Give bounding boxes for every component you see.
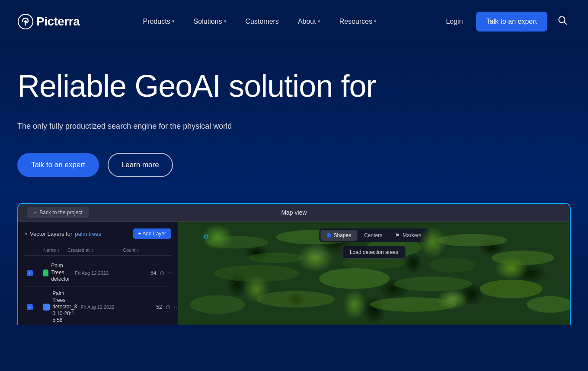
- color-dot-1: [43, 270, 48, 276]
- nav-item-about[interactable]: About ▾: [290, 13, 328, 30]
- map-forest-overlay: [178, 222, 570, 325]
- map-area: Shapes Centers ⚑ Markers: [178, 222, 570, 325]
- row-settings-2[interactable]: ⊙: [166, 304, 171, 311]
- nav-item-customers[interactable]: Customers: [238, 13, 287, 30]
- hero-section: Reliable GeoAI solution for The only ful…: [0, 43, 588, 325]
- navbar-right: Login Talk to an expert: [440, 12, 571, 32]
- tab-shapes[interactable]: Shapes: [320, 230, 357, 241]
- back-to-project-button[interactable]: ← Back to the project: [27, 207, 89, 218]
- panel-collapse-icon: ▾: [25, 231, 27, 236]
- svg-point-19: [249, 253, 304, 263]
- svg-point-15: [190, 295, 245, 314]
- svg-point-5: [276, 230, 355, 244]
- products-chevron-icon: ▾: [172, 19, 175, 24]
- row-more-2[interactable]: ⋯: [173, 304, 178, 311]
- navbar-left: Picterra: [17, 13, 80, 30]
- add-layer-button[interactable]: + Add Layer: [133, 228, 171, 239]
- panel-title: ▾ Vector Layers for palm trees: [25, 231, 101, 237]
- svg-point-13: [256, 291, 335, 308]
- navbar-center: Products ▾ Solutions ▾ Customers About ▾…: [135, 13, 385, 30]
- layers-panel: ▾ Vector Layers for palm trees + Add Lay…: [18, 222, 178, 325]
- logo[interactable]: Picterra: [17, 13, 80, 30]
- column-name: Name ↕: [43, 247, 64, 253]
- svg-point-4: [205, 236, 268, 249]
- panel-header: ▾ Vector Layers for palm trees + Add Lay…: [25, 228, 171, 239]
- row-name-1: Palm Treesdetector: [51, 263, 71, 283]
- hero-cta-secondary-button[interactable]: Learn more: [108, 153, 173, 177]
- map-overlay-panel: Shapes Centers ⚑ Markers: [319, 228, 428, 259]
- app-topbar: ← Back to the project Map view: [18, 204, 570, 222]
- svg-point-7: [437, 234, 507, 247]
- app-screenshot: ← Back to the project Map view ▾ Vector …: [17, 203, 571, 325]
- svg-point-12: [480, 280, 543, 298]
- row-actions-2: ⊙ ⋯: [166, 304, 178, 311]
- nav-item-resources[interactable]: Resources ▾: [332, 13, 384, 30]
- row-count-2: 52: [136, 304, 162, 310]
- row-actions-1: ⊙ ⋯: [160, 270, 177, 276]
- tab-centers[interactable]: Centers: [358, 230, 388, 241]
- row-checkbox-1[interactable]: ✓: [27, 270, 33, 276]
- solutions-chevron-icon: ▾: [224, 19, 227, 24]
- hero-subtitle: The only fully productized search engine…: [17, 120, 277, 132]
- table-row: ✓ Palm Treesdetector Fri Aug 12 2022 64 …: [25, 259, 171, 287]
- nav-item-products[interactable]: Products ▾: [135, 13, 182, 30]
- svg-point-10: [319, 268, 390, 289]
- svg-line-3: [564, 22, 566, 25]
- about-chevron-icon: ▾: [318, 19, 320, 24]
- svg-point-1: [24, 20, 27, 23]
- load-detection-button[interactable]: Load detection areas: [342, 246, 406, 259]
- svg-point-14: [370, 297, 456, 312]
- row-date-1: Fri Aug 12 2022: [75, 270, 127, 276]
- svg-point-9: [214, 265, 300, 282]
- svg-point-11: [393, 276, 472, 291]
- table-header: Name ↕ Created at ↕ Count ↕: [25, 245, 171, 256]
- login-link[interactable]: Login: [440, 13, 469, 30]
- map-background: Shapes Centers ⚑ Markers: [178, 222, 570, 325]
- row-count-1: 64: [130, 270, 156, 276]
- picterra-logo-icon: [17, 13, 34, 30]
- hero-cta-primary-button[interactable]: Talk to an expert: [17, 153, 99, 177]
- shapes-icon: [326, 233, 331, 238]
- svg-point-18: [429, 258, 476, 273]
- navbar: Picterra Products ▾ Solutions ▾ Customer…: [0, 0, 588, 43]
- nav-item-solutions[interactable]: Solutions ▾: [186, 13, 234, 30]
- map-tabs: Shapes Centers ⚑ Markers: [319, 228, 428, 242]
- search-icon[interactable]: [554, 12, 571, 31]
- tab-markers[interactable]: ⚑ Markers: [389, 230, 427, 241]
- color-dot-2: [43, 304, 50, 311]
- markers-flag-icon: ⚑: [395, 232, 400, 238]
- hero-title: Reliable GeoAI solution for: [17, 69, 406, 103]
- cursor-dot: [204, 235, 208, 239]
- row-checkbox-2[interactable]: ✓: [27, 304, 33, 310]
- table-row: ✓ Palm Treesdetector_30:10-20:15:58 Fri …: [25, 287, 171, 325]
- column-created: Created at ↕: [67, 247, 119, 253]
- row-settings-1[interactable]: ⊙: [160, 270, 165, 276]
- column-count: Count ↕: [123, 247, 149, 253]
- svg-point-16: [527, 296, 570, 313]
- row-more-1[interactable]: ⋯: [167, 270, 173, 276]
- logo-text: Picterra: [36, 15, 80, 29]
- nav-cta-button[interactable]: Talk to an expert: [476, 12, 547, 32]
- row-date-2: Fri Aug 12 2022: [81, 304, 133, 310]
- svg-point-17: [343, 257, 406, 270]
- hero-buttons: Talk to an expert Learn more: [17, 153, 571, 177]
- map-view-label: Map view: [281, 209, 307, 216]
- resources-chevron-icon: ▾: [374, 19, 377, 24]
- app-content: ▾ Vector Layers for palm trees + Add Lay…: [18, 222, 570, 325]
- svg-point-6: [366, 238, 421, 257]
- svg-point-8: [492, 251, 554, 265]
- row-name-2: Palm Treesdetector_30:10-20:15:58: [52, 290, 77, 324]
